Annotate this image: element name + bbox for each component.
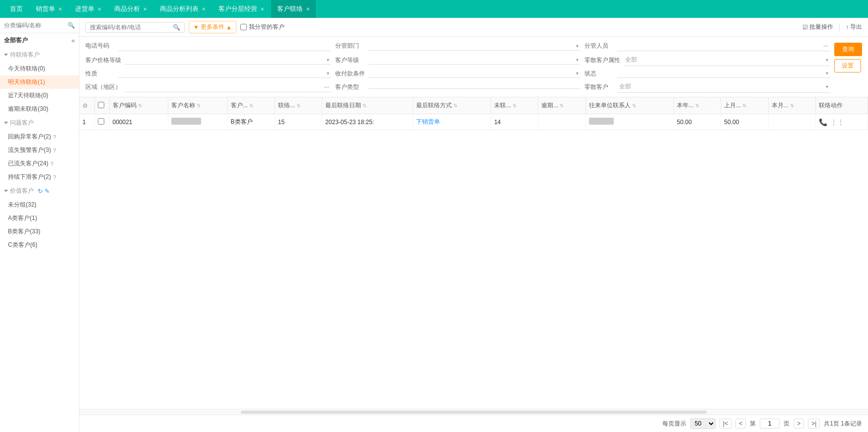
select-all-checkbox[interactable]: [98, 102, 104, 108]
filter-more-btn[interactable]: ▼ 更多条件 ▲: [189, 21, 236, 33]
nav-sales-order[interactable]: 销货单 ✕: [30, 0, 68, 18]
sidebar-item-declining[interactable]: 持续下滑客户(2) ?: [0, 170, 79, 184]
scrollbar-thumb[interactable]: [241, 411, 707, 414]
problem-group-label: 问题客户: [10, 119, 34, 127]
setting-btn[interactable]: 设置: [834, 59, 861, 72]
page-number-input[interactable]: [760, 419, 780, 429]
action-menu-icon[interactable]: ⋮⋮: [830, 118, 844, 126]
filter-nature: 性质 ▾: [85, 69, 331, 78]
nav-customer-tier[interactable]: 客户分层经营 ✕: [213, 0, 270, 18]
bulk-op-btn[interactable]: ☑ 批量操作: [802, 23, 833, 31]
sidebar-item-churn-warning[interactable]: 流失预警客户(3) ?: [0, 144, 79, 157]
row-code: 000021: [109, 114, 168, 130]
filter-status: 状态 ▾: [584, 69, 830, 78]
nav-purchase-order[interactable]: 进货单 ✕: [69, 0, 107, 18]
gear-icon[interactable]: ⚙: [82, 102, 88, 109]
query-btn[interactable]: 查询: [834, 43, 862, 56]
sidebar-item-overdue[interactable]: 逾期未联络(30): [0, 102, 79, 116]
nature-select[interactable]: ▾: [118, 69, 331, 78]
close-icon[interactable]: ✕: [202, 6, 206, 12]
help-icon[interactable]: ?: [53, 174, 56, 180]
row-checkbox[interactable]: [98, 118, 104, 125]
search-icon[interactable]: 🔍: [68, 22, 75, 29]
customer-level-select[interactable]: ▾: [368, 56, 581, 65]
sidebar-item-repurchase-anomaly[interactable]: 回购异常客户(2) ?: [0, 130, 79, 144]
sort-icon[interactable]: ⇅: [632, 103, 636, 108]
edit-icon[interactable]: ✎: [45, 188, 50, 195]
sort-icon[interactable]: ⇅: [742, 103, 746, 108]
sidebar-search-input[interactable]: [4, 22, 68, 29]
payment-select[interactable]: ▾: [368, 69, 581, 78]
per-page-select[interactable]: 50 100 200: [690, 418, 716, 429]
sidebar-item-churned[interactable]: 已流失客户(24) ?: [0, 157, 79, 170]
nav-customer-contact[interactable]: 客户联络 ✕: [271, 0, 316, 18]
sidebar-item-7days[interactable]: 近7天待联络(0): [0, 89, 79, 102]
more-icon[interactable]: ···: [823, 42, 828, 49]
prev-page-btn[interactable]: <: [735, 419, 746, 429]
sort-icon[interactable]: ⇅: [296, 103, 300, 108]
search-input[interactable]: [90, 24, 173, 31]
close-icon[interactable]: ✕: [143, 6, 147, 12]
person-label: 分管人员: [584, 42, 614, 50]
sidebar-item-a-class[interactable]: A类客户(1): [0, 212, 79, 225]
phone-input[interactable]: [118, 41, 331, 51]
region-select[interactable]: ···: [124, 82, 331, 92]
sort-icon[interactable]: ⇅: [362, 103, 366, 108]
nav-home[interactable]: 首页: [4, 0, 29, 18]
value-group-header[interactable]: 价值客户 ↻ ✎: [0, 184, 79, 198]
sort-icon[interactable]: ⇅: [249, 103, 253, 108]
row-checkbox-cell: [94, 114, 109, 130]
last-page-btn[interactable]: >|: [808, 419, 820, 429]
status-select[interactable]: ▾: [617, 69, 830, 78]
collapse-icon[interactable]: «: [72, 37, 75, 44]
sort-icon[interactable]: ⇅: [695, 103, 699, 108]
first-page-btn[interactable]: |<: [720, 419, 731, 429]
more-icon[interactable]: ···: [324, 83, 329, 90]
sort-icon[interactable]: ⇅: [512, 103, 516, 108]
customer-type-select[interactable]: [368, 85, 581, 89]
dept-select[interactable]: ▾: [368, 42, 581, 51]
chevron-down-icon: ▾: [826, 71, 828, 76]
retail-customer-select[interactable]: 全部 ▾: [617, 81, 830, 93]
all-customers-header[interactable]: 全部客户 «: [0, 33, 79, 48]
filter-panel: 电话号码 分管部门 ▾ 分管人员: [79, 37, 868, 97]
chevron-down-icon: ▾: [826, 84, 828, 89]
action-phone-icon[interactable]: 📞: [819, 118, 827, 126]
sort-icon[interactable]: ⇅: [560, 103, 564, 108]
sidebar-item-c-class[interactable]: C类客户(6): [0, 238, 79, 252]
close-icon[interactable]: ✕: [58, 6, 62, 12]
sort-icon[interactable]: ⇅: [138, 103, 142, 108]
sort-icon[interactable]: ⇅: [453, 103, 457, 108]
refresh-icon[interactable]: ↻: [38, 188, 43, 195]
search-icon[interactable]: 🔍: [173, 24, 180, 31]
all-customers-label: 全部客户: [4, 36, 28, 45]
close-icon[interactable]: ✕: [260, 6, 264, 12]
sidebar-item-ungrouped[interactable]: 未分组(32): [0, 198, 79, 212]
value-group-label: 价值客户: [10, 187, 34, 195]
price-level-select[interactable]: ▾: [124, 56, 331, 65]
col-last-method: 最后联络方式 ⇅: [413, 97, 491, 114]
sort-icon[interactable]: ⇅: [790, 103, 794, 108]
last-contact-method-link[interactable]: 下销货单: [416, 118, 440, 125]
sidebar-item-b-class[interactable]: B类客户(33): [0, 225, 79, 238]
help-icon[interactable]: ?: [50, 161, 53, 167]
nav-product-analysis-list[interactable]: 商品分析列表 ✕: [154, 0, 212, 18]
my-customers-checkbox[interactable]: [240, 24, 247, 30]
help-icon[interactable]: ?: [53, 134, 56, 140]
retail-attr-select[interactable]: 全部 ▾: [623, 54, 830, 66]
close-icon[interactable]: ✕: [306, 6, 310, 12]
sidebar-item-today[interactable]: 今天待联络(0): [0, 62, 79, 75]
nav-product-analysis[interactable]: 商品分析 ✕: [108, 0, 153, 18]
problem-group-header[interactable]: 问题客户: [0, 116, 79, 130]
help-icon[interactable]: ?: [53, 147, 56, 153]
person-select[interactable]: ···: [617, 41, 830, 51]
next-page-btn[interactable]: >: [794, 419, 804, 429]
filter-actions: 查询 设置: [834, 41, 862, 93]
export-btn[interactable]: ↑ 导出: [846, 23, 862, 31]
sort-icon[interactable]: ⇅: [197, 103, 201, 108]
filter-row-3: 性质 ▾ 收付款条件 ▾: [85, 69, 830, 78]
pending-group-header[interactable]: 待联络客户: [0, 48, 79, 62]
filter-icon: ▼: [193, 24, 199, 31]
sidebar-item-tomorrow[interactable]: 明天待联络(1): [0, 75, 79, 89]
close-icon[interactable]: ✕: [97, 6, 101, 12]
